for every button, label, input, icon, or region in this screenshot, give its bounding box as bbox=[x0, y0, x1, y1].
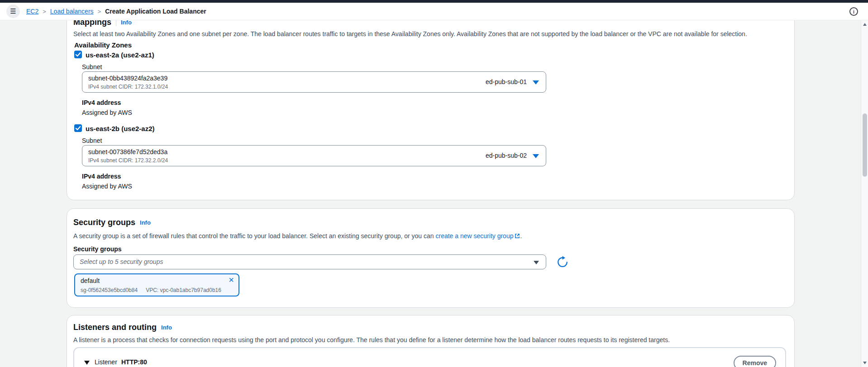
az2-subnet-tag: ed-pub-sub-02 bbox=[486, 152, 527, 159]
hamburger-icon: ☰ bbox=[10, 7, 16, 15]
availability-zones-label: Availability Zones bbox=[74, 41, 132, 49]
token-meta: sg-0f562453e5bcd0b84 VPC: vpc-0ab1abc7b9… bbox=[81, 287, 221, 293]
listener-protocol-port: HTTP:80 bbox=[121, 358, 147, 366]
az1-subnet-select[interactable]: subnet-0bb438924fa2a3e39 IPv4 subnet CID… bbox=[82, 71, 546, 93]
close-icon[interactable]: × bbox=[229, 275, 234, 285]
mappings-card: Mappings Info Select at least two Availa… bbox=[67, 14, 795, 200]
hamburger-menu-button[interactable]: ☰ bbox=[6, 5, 20, 18]
external-link-icon bbox=[515, 233, 520, 240]
az2-subnet-cidr: IPv4 subnet CIDR: 172.32.2.0/24 bbox=[88, 157, 168, 164]
security-groups-info-link[interactable]: Info bbox=[140, 219, 151, 226]
az2-subnet-label: Subnet bbox=[82, 137, 102, 144]
az1-checkbox[interactable] bbox=[74, 51, 82, 58]
listeners-header: Listeners and routing Info bbox=[73, 323, 172, 332]
caret-down-icon bbox=[534, 261, 539, 264]
token-sg-id: sg-0f562453e5bcd0b84 bbox=[81, 287, 138, 293]
security-groups-placeholder: Select up to 5 security groups bbox=[80, 255, 163, 269]
create-alb-page: ☰ EC2 > Load balancers > Create Applicat… bbox=[0, 0, 868, 367]
az2-ipv4-value: Assigned by AWS bbox=[82, 183, 132, 190]
listeners-title: Listeners and routing bbox=[73, 323, 157, 332]
remove-listener-button[interactable]: Remove bbox=[734, 356, 776, 367]
scrollbar-thumb[interactable] bbox=[863, 113, 867, 177]
caret-down-icon bbox=[533, 154, 539, 158]
az2-checkbox[interactable] bbox=[74, 124, 82, 132]
chevron-right-icon: > bbox=[98, 8, 101, 15]
breadcrumb-load-balancers[interactable]: Load balancers bbox=[50, 8, 94, 15]
mappings-description: Select at least two Availability Zones a… bbox=[73, 30, 747, 38]
caret-down-icon bbox=[533, 80, 539, 85]
token-vpc: VPC: vpc-0ab1abc7b97ad0b16 bbox=[146, 287, 221, 293]
security-group-token: default × sg-0f562453e5bcd0b84 VPC: vpc-… bbox=[74, 273, 239, 296]
az1-subnet-label: Subnet bbox=[82, 63, 102, 71]
listener-panel: Listener HTTP:80 Remove bbox=[73, 347, 786, 367]
scroll-down-icon[interactable] bbox=[863, 362, 867, 364]
breadcrumb-current-page: Create Application Load Balancer bbox=[105, 8, 206, 15]
description-text: . bbox=[520, 232, 522, 240]
listeners-card: Listeners and routing Info A listener is… bbox=[67, 315, 795, 367]
az2-subnet-select[interactable]: subnet-007386fe7d52ded3a IPv4 subnet CID… bbox=[82, 145, 546, 166]
info-icon[interactable]: i bbox=[849, 7, 858, 16]
description-text: A security group is a set of firewall ru… bbox=[73, 232, 436, 240]
breadcrumb: EC2 > Load balancers > Create Applicatio… bbox=[26, 8, 206, 15]
vertical-scrollbar[interactable] bbox=[861, 20, 868, 367]
breadcrumb-ec2[interactable]: EC2 bbox=[26, 8, 38, 15]
security-groups-title: Security groups bbox=[73, 218, 135, 227]
expand-caret-icon[interactable] bbox=[84, 361, 90, 365]
az1-subnet-id: subnet-0bb438924fa2a3e39 bbox=[88, 75, 167, 82]
chevron-right-icon: > bbox=[43, 8, 46, 15]
az2-label[interactable]: us-east-2b (use2-az2) bbox=[86, 125, 155, 132]
security-groups-header: Security groups Info bbox=[73, 218, 151, 227]
az1-subnet-cidr: IPv4 subnet CIDR: 172.32.1.0/24 bbox=[88, 84, 168, 90]
az1-ipv4-value: Assigned by AWS bbox=[82, 109, 132, 116]
breadcrumb-bar: ☰ EC2 > Load balancers > Create Applicat… bbox=[0, 3, 868, 20]
az1-subnet-tag: ed-pub-sub-01 bbox=[486, 78, 527, 85]
top-navigation-strip bbox=[0, 0, 868, 3]
az2-ipv4-label: IPv4 address bbox=[82, 173, 121, 180]
create-security-group-link[interactable]: create a new security group bbox=[436, 232, 514, 240]
az2-subnet-id: subnet-007386fe7d52ded3a bbox=[88, 148, 167, 155]
security-groups-select-label: Security groups bbox=[73, 245, 122, 253]
security-groups-select[interactable]: Select up to 5 security groups bbox=[73, 254, 546, 269]
security-groups-description: A security group is a set of firewall ru… bbox=[73, 232, 522, 240]
token-name: default bbox=[81, 277, 100, 284]
listeners-info-link[interactable]: Info bbox=[161, 324, 172, 331]
scroll-up-icon[interactable] bbox=[863, 23, 867, 26]
listeners-description: A listener is a process that checks for … bbox=[73, 336, 670, 343]
refresh-button[interactable] bbox=[555, 254, 570, 269]
security-groups-card: Security groups Info A security group is… bbox=[67, 208, 795, 308]
az1-ipv4-label: IPv4 address bbox=[82, 99, 121, 106]
az1-label[interactable]: us-east-2a (use2-az1) bbox=[86, 51, 154, 59]
listener-label: Listener bbox=[95, 358, 117, 366]
refresh-icon bbox=[556, 256, 569, 268]
